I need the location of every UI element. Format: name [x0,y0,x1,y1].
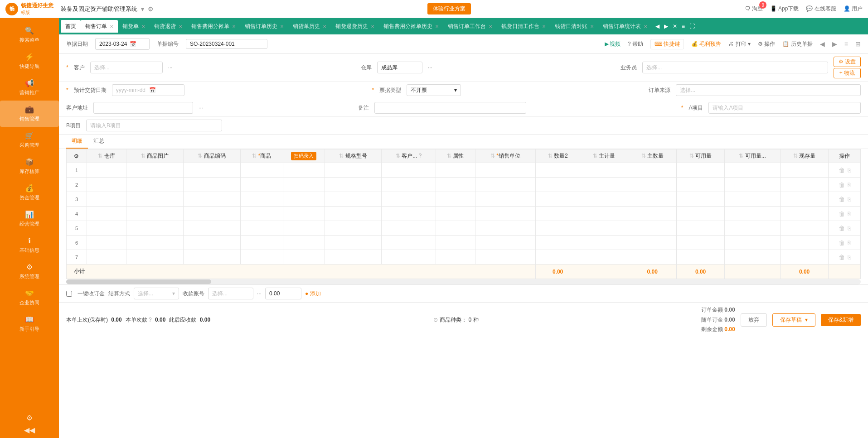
close-sales-order-tab[interactable]: ✕ [110,24,113,29]
row-copy-icon[interactable]: ⎘ [848,167,851,173]
sidebar-item-guide[interactable]: 📖 新手引导 [0,311,59,337]
tab-menu-icon[interactable]: ≡ [680,22,687,30]
profit-btn[interactable]: 💰 毛利预告 [691,40,721,48]
address-input[interactable] [93,102,193,114]
nav-prev-icon[interactable]: ◀ [820,40,825,48]
col-scan[interactable]: 扫码录入 [283,149,325,163]
sidebar-item-collaborate[interactable]: 🤝 企业协同 [0,284,59,311]
order-no-input[interactable]: SO-20230324-001 [186,39,267,49]
sidebar-item-sales[interactable]: 💼 销售管理 [0,101,59,127]
tab-cash-workbench[interactable]: 钱货日清工作台 ✕ [497,20,550,33]
settlement-select[interactable]: 选择... ▾ [134,288,179,299]
invoice-select[interactable]: 不开票 ▾ [407,84,461,96]
one-click-checkbox[interactable] [66,291,72,297]
close-cash-reconcile-tab[interactable]: ✕ [590,24,594,29]
sidebar-item-system[interactable]: ⚙ 系统管理 [0,258,59,284]
tab-return[interactable]: 销货退货 ✕ [150,20,187,33]
close-order-history-tab[interactable]: ✕ [280,24,284,29]
col-main-unit[interactable]: ⇅ 主计量 [580,149,628,163]
col-product[interactable]: ⇅ *商品 [240,149,283,163]
settings-icon[interactable]: ⚙ [148,5,154,13]
close-invoice-tab[interactable]: ✕ [141,24,145,29]
row-delete-icon[interactable]: 🗑 [839,225,845,232]
col-property[interactable]: ⇅ 属性 [436,149,475,163]
ops-btn[interactable]: ⚙ 操作 [758,40,775,48]
sidebar-item-operations[interactable]: 📊 经营管理 [0,206,59,232]
close-invoice-history-tab[interactable]: ✕ [323,24,326,29]
help-btn[interactable]: ? 帮助 [628,40,643,48]
tab-fullscreen-icon[interactable]: ⛶ [688,22,697,30]
row-copy-icon[interactable]: ⎘ [848,240,851,246]
col-stock[interactable]: ⇅ 现存量 [780,149,828,163]
col-warehouse[interactable]: ⇅ 仓库 [87,149,126,163]
print-btn[interactable]: 🖨 打印 ▾ [728,40,751,48]
row-copy-icon[interactable]: ⎘ [848,225,851,231]
close-fee-history-tab[interactable]: ✕ [435,24,439,29]
sidebar-item-inventory[interactable]: 📦 库存核算 [0,153,59,179]
nav-next-icon[interactable]: ▶ [832,40,837,48]
close-cash-workbench-tab[interactable]: ✕ [542,24,546,29]
solution-button[interactable]: 体验行业方案 [427,3,471,14]
horizontal-scrollbar[interactable] [66,279,861,284]
close-return-tab[interactable]: ✕ [179,24,182,29]
add-payment-btn[interactable]: ● 添加 [305,290,321,298]
tab-invoice-history[interactable]: 销货单历史 ✕ [288,20,331,33]
row-delete-icon[interactable]: 🗑 [839,167,845,174]
tab-summary[interactable]: 汇总 [88,135,110,149]
shortcut-btn[interactable]: ⌨ 快捷键 [650,39,684,49]
save-draft-dropdown-icon[interactable]: ▾ [805,317,808,323]
tab-close-icon[interactable]: ✕ [671,22,679,30]
note-input[interactable] [374,102,527,114]
close-order-workbench-tab[interactable]: ✕ [489,24,492,29]
tab-order-stats[interactable]: 销售订单统计表 ✕ [598,20,652,33]
col-available[interactable]: ⇅ 可用量 [676,149,724,163]
col-customer-code[interactable]: ⇅ 客户... ? [382,149,436,163]
scan-btn[interactable]: 扫码录入 [291,152,316,160]
tab-home[interactable]: 首页 [61,20,81,33]
row-delete-icon[interactable]: 🗑 [839,196,845,203]
close-fee-split-tab[interactable]: ✕ [232,24,236,29]
sidebar-item-purchase[interactable]: 🛒 采购管理 [0,127,59,153]
tab-sales-order[interactable]: 销售订单 ✕ [81,20,118,33]
customer-ellipsis[interactable]: ··· [168,64,173,71]
tab-invoice[interactable]: 销货单 ✕ [118,20,150,33]
col-spec[interactable]: ⇅ 规格型号 [325,149,382,163]
discard-button[interactable]: 放弃 [741,313,767,327]
tab-next-arrow[interactable]: ▶ [662,22,670,30]
row-copy-icon[interactable]: ⎘ [848,211,851,217]
sidebar-item-finance[interactable]: 💰 资金管理 [0,179,59,206]
account-input[interactable]: 选择... [208,288,253,299]
col-qty2[interactable]: ⇅ 数量2 [536,149,580,163]
tab-prev-arrow[interactable]: ◀ [654,22,661,30]
order-source-input[interactable]: 选择... [676,84,861,96]
history-btn[interactable]: 📋 历史单据 [782,40,812,48]
warehouse-input[interactable]: 成品库 [377,62,422,73]
row-delete-icon[interactable]: 🗑 [839,254,845,261]
tab-fee-history[interactable]: 销售费用分摊单历史 ✕ [379,20,443,33]
list-view-icon[interactable]: ≡ [844,40,848,48]
customer-code-info-icon[interactable]: ? [419,153,422,159]
a-project-input[interactable]: 请输入A项目 [708,102,861,114]
warehouse-ellipsis[interactable]: ··· [428,64,432,71]
notification-area[interactable]: 🗨 9 淘豆 [745,5,763,13]
tab-detail[interactable]: 明细 [66,135,88,149]
logistics-button[interactable]: + 物流 [834,68,861,78]
row-delete-icon[interactable]: 🗑 [839,210,845,217]
sidebar-item-quicknav[interactable]: ⚡ 快捷导航 [0,48,59,74]
col-main-qty[interactable]: ⇅ 主数量 [628,149,676,163]
save-new-button[interactable]: 保存&新增 [821,314,861,326]
close-order-stats-tab[interactable]: ✕ [644,24,647,29]
app-download[interactable]: 📱 App下载 [770,5,799,13]
delivery-input[interactable]: yyyy-mm-dd 📅 [112,84,184,96]
customer-input[interactable]: 选择... [90,62,163,73]
tab-order-workbench[interactable]: 销售订单工作台 ✕ [443,20,497,33]
close-return-history-tab[interactable]: ✕ [371,24,374,29]
row-copy-icon[interactable]: ⎘ [848,196,851,202]
user-menu[interactable]: 👤 用户 [844,5,863,13]
col-available2[interactable]: ⇅ 可用量... [725,149,781,163]
tab-order-history[interactable]: 销售订单历史 ✕ [240,20,288,33]
row-copy-icon[interactable]: ⎘ [848,254,851,260]
sidebar-item-basic[interactable]: ℹ 基础信息 [0,232,59,258]
col-sales-unit[interactable]: ⇅ *销售单位 [475,149,535,163]
b-project-input[interactable]: 请输入B项目 [86,120,222,131]
